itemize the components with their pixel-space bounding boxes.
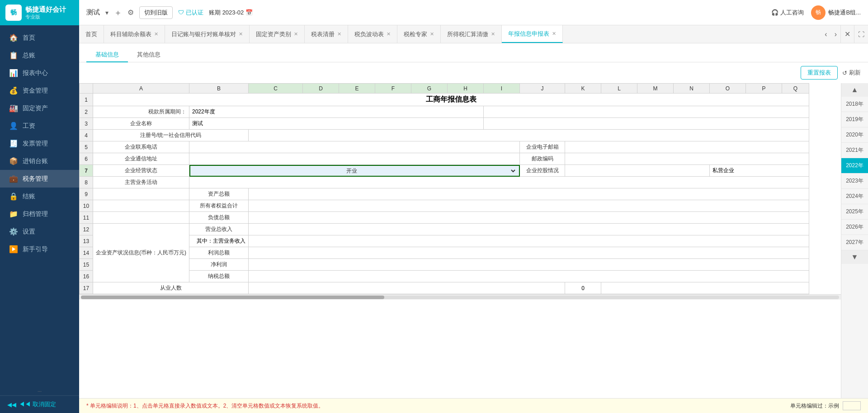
- scroll-thumb[interactable]: [81, 296, 384, 299]
- cell-15-val[interactable]: [249, 259, 809, 271]
- tab-close-icon[interactable]: ✕: [430, 31, 434, 37]
- business-status-select[interactable]: 开业 注销 吊销 迁出 撤销: [192, 167, 517, 174]
- sub-tab-basic[interactable]: 基础信息: [86, 48, 128, 62]
- col-header-h[interactable]: H: [448, 84, 484, 94]
- col-header-f[interactable]: F: [375, 84, 411, 94]
- tab-close-icon[interactable]: ✕: [491, 31, 495, 37]
- year-panel-up-button[interactable]: ▲: [841, 83, 868, 97]
- tab-tax-inspection[interactable]: 税检专家 ✕: [397, 25, 441, 43]
- tab-close-all-button[interactable]: ✕: [840, 25, 854, 43]
- tab-expand-button[interactable]: ⛶: [854, 25, 868, 43]
- cell-4-a[interactable]: 注册号/统一社会信用代码: [93, 130, 249, 141]
- cell-7-j[interactable]: 企业控股情况: [520, 165, 565, 177]
- year-item-2020[interactable]: 2020年: [841, 127, 868, 143]
- cell-11-val[interactable]: [249, 212, 809, 224]
- cell-7-a[interactable]: 企业经营状态: [93, 165, 189, 177]
- tab-prev-button[interactable]: ‹: [821, 25, 830, 43]
- cell-13-val[interactable]: [249, 235, 809, 247]
- refresh-button[interactable]: ↺ 刷新: [842, 69, 861, 77]
- year-item-2025[interactable]: 2025年: [841, 204, 868, 220]
- col-header-m[interactable]: M: [637, 84, 674, 94]
- sidebar-item-home[interactable]: 🏠 首页: [0, 29, 79, 47]
- cell-12-a[interactable]: 企业资产状况信息(币种：人民币万元): [93, 224, 189, 282]
- cell-5-j[interactable]: 企业电子邮箱: [520, 141, 565, 153]
- cell-10-b[interactable]: 所有者权益合计: [189, 200, 249, 212]
- cell-6-j-val[interactable]: [565, 153, 809, 165]
- col-header-j[interactable]: J: [520, 84, 565, 94]
- tab-fixed-asset-cat[interactable]: 固定资产类别 ✕: [250, 25, 305, 43]
- cell-2-b[interactable]: 2022年度: [189, 106, 484, 118]
- sub-tab-other[interactable]: 其他信息: [128, 48, 170, 62]
- cell-9-val[interactable]: [249, 188, 809, 200]
- cell-7-j-val[interactable]: [565, 165, 710, 177]
- sidebar-item-settings[interactable]: ⚙️ 设置: [0, 223, 79, 240]
- sidebar-item-invoice[interactable]: 🧾 发票管理: [0, 135, 79, 152]
- tab-home[interactable]: 首页: [79, 25, 104, 43]
- year-item-2018[interactable]: 2018年: [841, 97, 868, 112]
- col-header-g[interactable]: G: [411, 84, 448, 94]
- cancel-pin-button[interactable]: ◀◀ ◀◀ 取消固定: [0, 395, 79, 413]
- cell-8-a[interactable]: 主营业务活动: [93, 177, 189, 188]
- consult-button[interactable]: 🎧 人工咨询: [771, 9, 804, 17]
- tab-close-icon[interactable]: ✕: [387, 31, 391, 37]
- tab-subject-balance[interactable]: 科目辅助余额表 ✕: [104, 25, 165, 43]
- sidebar-item-fixed[interactable]: 🏭 固定资产: [0, 99, 79, 117]
- header-dropdown-icon[interactable]: ▾: [105, 9, 108, 16]
- year-item-2022[interactable]: 2022年: [841, 158, 868, 174]
- tab-bank-reconcile[interactable]: 日记账与银行对账单核对 ✕: [165, 25, 250, 43]
- tab-close-icon[interactable]: ✕: [239, 31, 243, 37]
- col-header-a[interactable]: A: [93, 84, 189, 94]
- cell-5-val[interactable]: [189, 141, 520, 153]
- sidebar-item-archive[interactable]: 📁 归档管理: [0, 205, 79, 223]
- cell-6-a[interactable]: 企业通信地址: [93, 153, 189, 165]
- cell-17-a[interactable]: 从业人数: [93, 282, 249, 294]
- col-header-c[interactable]: C: [249, 84, 303, 94]
- sidebar-item-salary[interactable]: 👤 工资: [0, 117, 79, 135]
- sidebar-item-close[interactable]: 🔒 结账: [0, 188, 79, 205]
- cell-3-a[interactable]: 企业名称: [93, 118, 189, 130]
- cell-7-p[interactable]: 私营企业: [710, 165, 809, 177]
- col-header-q[interactable]: Q: [782, 84, 809, 94]
- tab-next-button[interactable]: ›: [831, 25, 840, 43]
- cell-6-j[interactable]: 邮政编码: [520, 153, 565, 165]
- cell-10-val[interactable]: [249, 200, 809, 212]
- sidebar-item-fund[interactable]: 💰 资金管理: [0, 82, 79, 99]
- sidebar-item-report[interactable]: 📊 报表中心: [0, 64, 79, 82]
- tab-close-icon[interactable]: ✕: [337, 31, 341, 37]
- reset-report-button[interactable]: 重置报表: [801, 66, 838, 80]
- col-header-p[interactable]: P: [746, 84, 782, 94]
- year-panel-down-button[interactable]: ▼: [841, 250, 868, 264]
- col-header-o[interactable]: O: [710, 84, 746, 94]
- cell-7-val[interactable]: 开业 注销 吊销 迁出 撤销: [189, 165, 520, 177]
- year-item-2021[interactable]: 2021年: [841, 143, 868, 158]
- header-add-button[interactable]: ＋: [114, 7, 122, 18]
- tab-income-tax[interactable]: 所得税汇算清缴 ✕: [441, 25, 502, 43]
- cell-5-j-val[interactable]: [565, 141, 809, 153]
- col-header-n[interactable]: N: [674, 84, 710, 94]
- year-item-2023[interactable]: 2023年: [841, 174, 868, 189]
- cell-13-b-indent[interactable]: 其中：主营业务收入: [189, 235, 249, 247]
- cell-16-val[interactable]: [249, 271, 809, 282]
- cell-9-b[interactable]: 资产总额: [189, 188, 249, 200]
- cell-4-val[interactable]: [249, 130, 809, 141]
- col-header-d[interactable]: D: [303, 84, 339, 94]
- cell-11-b[interactable]: 负债总额: [189, 212, 249, 224]
- user-menu[interactable]: 畅 畅捷通B组...: [811, 5, 861, 20]
- tab-close-icon[interactable]: ✕: [552, 31, 556, 37]
- switch-old-version-button[interactable]: 切到旧版: [139, 6, 173, 19]
- cell-6-val[interactable]: [189, 153, 520, 165]
- cell-2-a[interactable]: 税款所属期间：: [93, 106, 189, 118]
- header-settings-icon[interactable]: ⚙: [127, 8, 134, 17]
- tab-close-icon[interactable]: ✕: [154, 31, 158, 37]
- cell-17-k[interactable]: 0: [565, 282, 601, 294]
- cell-8-val[interactable]: [189, 177, 809, 188]
- cell-15-b[interactable]: 净利润: [189, 259, 249, 271]
- col-header-k[interactable]: K: [565, 84, 601, 94]
- cell-12-b[interactable]: 营业总收入: [189, 224, 249, 235]
- year-item-2026[interactable]: 2026年: [841, 220, 868, 235]
- cell-12-val[interactable]: [249, 224, 809, 235]
- col-header-b[interactable]: B: [189, 84, 249, 94]
- year-item-2024[interactable]: 2024年: [841, 189, 868, 204]
- tab-close-icon[interactable]: ✕: [294, 31, 298, 37]
- tab-tax-list[interactable]: 税表清册 ✕: [305, 25, 348, 43]
